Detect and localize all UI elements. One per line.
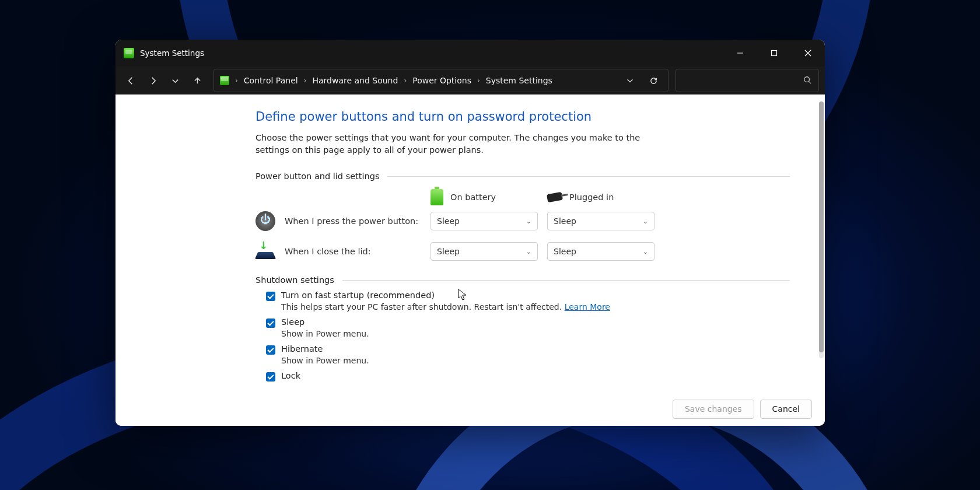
chevron-down-icon: ⌄: [526, 248, 531, 256]
option-lock: Lock: [256, 371, 790, 382]
select-value: Sleep: [437, 247, 460, 256]
select-value: Sleep: [554, 247, 576, 256]
section-label-text: Power button and lid settings: [256, 172, 379, 181]
lid-battery-select[interactable]: Sleep ⌄: [430, 242, 538, 261]
checkbox-description: Show in Power menu.: [281, 329, 790, 338]
row-label: When I close the lid:: [285, 247, 371, 256]
breadcrumb-control-panel[interactable]: Control Panel: [244, 76, 298, 85]
address-bar[interactable]: › Control Panel › Hardware and Sound › P…: [214, 69, 668, 92]
chevron-right-icon: ›: [235, 76, 238, 85]
search-box[interactable]: [676, 69, 819, 92]
cancel-button[interactable]: Cancel: [760, 400, 812, 419]
row-power-button: When I press the power button: Sleep ⌄ S…: [256, 211, 790, 231]
row-close-lid: When I close the lid: Sleep ⌄ Sleep ⌄: [256, 242, 790, 261]
lid-plugged-select[interactable]: Sleep ⌄: [547, 242, 654, 261]
plug-icon: [547, 192, 563, 202]
chevron-right-icon: ›: [477, 76, 480, 85]
page-title: Define power buttons and turn on passwor…: [256, 110, 790, 124]
divider: [387, 176, 790, 177]
scrollbar-thumb[interactable]: [819, 102, 824, 352]
chevron-down-icon: ⌄: [526, 218, 531, 225]
checkbox-label: Sleep: [281, 317, 304, 327]
power-button-battery-select[interactable]: Sleep ⌄: [430, 212, 538, 230]
checkbox-description: Show in Power menu.: [281, 356, 790, 365]
column-plugged-in: Plugged in: [547, 189, 664, 205]
select-value: Sleep: [437, 216, 460, 226]
search-icon: [803, 75, 811, 86]
lock-checkbox[interactable]: [266, 372, 275, 382]
svg-rect-1: [772, 51, 777, 56]
svg-point-4: [804, 76, 810, 82]
recent-dropdown[interactable]: [166, 71, 184, 90]
chevron-down-icon: ⌄: [643, 218, 648, 225]
app-icon: [124, 48, 134, 58]
checkbox-label: Lock: [281, 371, 300, 380]
chevron-right-icon: ›: [404, 76, 407, 85]
minimize-button[interactable]: [723, 40, 757, 66]
breadcrumb-system-settings[interactable]: System Settings: [486, 76, 552, 85]
content: Define power buttons and turn on passwor…: [116, 94, 825, 392]
window-controls: [723, 40, 825, 66]
battery-icon: [430, 189, 443, 205]
power-button-icon: [256, 211, 275, 231]
breadcrumb-hardware-sound[interactable]: Hardware and Sound: [312, 76, 398, 85]
section-shutdown-settings: Shutdown settings: [256, 275, 790, 285]
window-title: System Settings: [140, 48, 204, 58]
breadcrumb-power-options[interactable]: Power Options: [412, 76, 471, 85]
up-button[interactable]: [188, 71, 206, 90]
section-label-text: Shutdown settings: [256, 275, 334, 285]
column-label: On battery: [450, 192, 496, 202]
option-sleep: Sleep Show in Power menu.: [256, 317, 790, 338]
fast-startup-description: This helps start your PC faster after sh…: [281, 302, 790, 312]
refresh-button[interactable]: [645, 76, 662, 85]
forward-button[interactable]: [144, 71, 162, 90]
sleep-checkbox[interactable]: [266, 318, 275, 328]
section-power-button-lid: Power button and lid settings: [256, 172, 790, 181]
option-hibernate: Hibernate Show in Power menu.: [256, 344, 790, 365]
control-panel-icon: [220, 76, 229, 85]
close-button[interactable]: [791, 40, 825, 66]
chevron-right-icon: ›: [304, 76, 307, 85]
address-dropdown[interactable]: [621, 76, 639, 85]
titlebar: System Settings: [116, 40, 825, 66]
svg-line-5: [809, 81, 811, 83]
learn-more-link[interactable]: Learn More: [565, 302, 610, 312]
column-on-battery: On battery: [430, 189, 547, 205]
maximize-button[interactable]: [757, 40, 791, 66]
back-button[interactable]: [121, 71, 140, 90]
checkbox-label: Hibernate: [281, 344, 323, 354]
row-label: When I press the power button:: [285, 216, 418, 226]
column-label: Plugged in: [569, 192, 614, 202]
option-fast-startup: Turn on fast startup (recommended) This …: [256, 290, 790, 312]
page-description: Choose the power settings that you want …: [256, 132, 664, 156]
lid-icon: [256, 242, 275, 261]
navigation-bar: › Control Panel › Hardware and Sound › P…: [116, 66, 825, 94]
system-settings-window: System Settings › Control Panel › Hardwa…: [116, 40, 825, 426]
footer: Save changes Cancel: [116, 392, 825, 426]
fast-startup-checkbox[interactable]: [266, 292, 275, 301]
select-value: Sleep: [554, 216, 576, 226]
content-area: Define power buttons and turn on passwor…: [116, 94, 825, 392]
divider: [342, 280, 790, 281]
chevron-down-icon: ⌄: [643, 248, 648, 256]
checkbox-label: Turn on fast startup (recommended): [281, 290, 435, 300]
power-button-plugged-select[interactable]: Sleep ⌄: [547, 212, 654, 230]
save-changes-button[interactable]: Save changes: [673, 400, 754, 419]
hibernate-checkbox[interactable]: [266, 345, 275, 355]
